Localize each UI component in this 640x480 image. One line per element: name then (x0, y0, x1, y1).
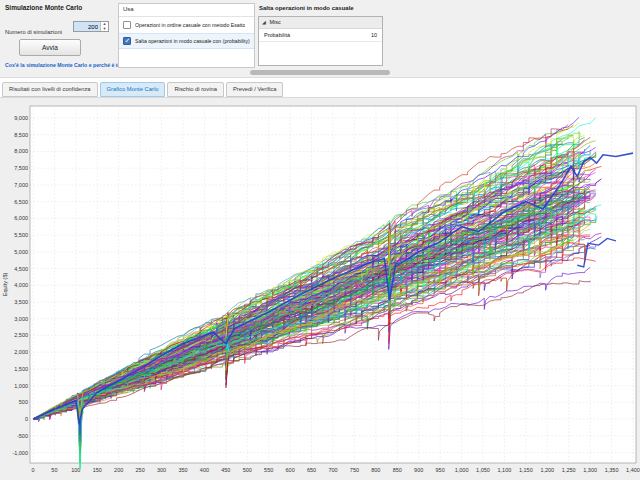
svg-text:400: 400 (200, 467, 209, 473)
use-options-panel: Usa Operazioni in ordine casuale con met… (118, 3, 255, 68)
skip-random-checkbox[interactable] (123, 37, 131, 45)
svg-text:7,500: 7,500 (14, 165, 28, 171)
svg-text:5,500: 5,500 (14, 232, 28, 238)
misc-group-label: Misc (269, 19, 280, 25)
start-button[interactable]: Avvia (19, 39, 81, 56)
svg-text:5,000: 5,000 (14, 249, 28, 255)
svg-text:-500: -500 (17, 433, 28, 439)
svg-text:450: 450 (221, 467, 230, 473)
option-label: Operazioni in ordine casuale con metodo … (135, 22, 245, 28)
svg-text:200: 200 (114, 467, 123, 473)
panel-title: Simulazione Monte Carlo (5, 4, 117, 11)
option-random-order-row[interactable]: Operazioni in ordine casuale con metodo … (119, 17, 254, 33)
monte-carlo-equity-chart: 0501001502002503003504004505005506006507… (0, 98, 640, 480)
tab-forecast-verify[interactable]: Prevedi / Verifica (226, 82, 284, 97)
svg-text:8,000: 8,000 (14, 148, 28, 154)
property-grid: ◢ Misc Probabilità 10 (258, 16, 383, 66)
tab-bar: Risultati con livelli di confidenza Graf… (2, 82, 285, 97)
probability-label: Probabilità (264, 32, 290, 38)
svg-text:-1,000: -1,000 (12, 450, 28, 456)
svg-text:700: 700 (328, 467, 337, 473)
tab-monte-carlo-chart[interactable]: Grafico Monte Carlo (100, 82, 166, 97)
probability-row[interactable]: Probabilità 10 (259, 29, 382, 42)
svg-text:0: 0 (25, 416, 28, 422)
tab-risk-of-ruin[interactable]: Rischio di rovina (167, 82, 224, 97)
svg-text:1,500: 1,500 (14, 366, 28, 372)
probability-value[interactable]: 10 (371, 32, 377, 38)
svg-text:900: 900 (414, 467, 423, 473)
svg-text:3,000: 3,000 (14, 316, 28, 322)
top-toolbar: Simulazione Monte Carlo Numero di simula… (0, 0, 640, 78)
random-order-checkbox[interactable] (123, 21, 131, 29)
svg-text:7,000: 7,000 (14, 182, 28, 188)
svg-text:650: 650 (307, 467, 316, 473)
svg-text:4,500: 4,500 (14, 266, 28, 272)
chart-tab-content: 0501001502002503003504004505005506006507… (0, 97, 640, 480)
num-simulations-input[interactable] (74, 22, 100, 31)
svg-text:1,000: 1,000 (14, 383, 28, 389)
svg-text:1,000: 1,000 (455, 467, 469, 473)
svg-text:300: 300 (157, 467, 166, 473)
svg-text:1,100: 1,100 (498, 467, 512, 473)
svg-text:950: 950 (436, 467, 445, 473)
skip-settings-panel: Salta operazioni in modo casuale ◢ Misc … (258, 3, 389, 69)
spinner-down-icon[interactable]: ▼ (101, 27, 108, 32)
svg-text:800: 800 (371, 467, 380, 473)
svg-text:500: 500 (243, 467, 252, 473)
svg-text:6,000: 6,000 (14, 215, 28, 221)
svg-text:0: 0 (31, 467, 34, 473)
num-simulations-label: Numero di simulazioni (5, 29, 62, 35)
use-options-header: Usa (119, 4, 254, 17)
svg-text:6,500: 6,500 (14, 199, 28, 205)
collapse-triangle-icon: ◢ (262, 19, 266, 25)
svg-text:8,500: 8,500 (14, 132, 28, 138)
svg-text:250: 250 (136, 467, 145, 473)
svg-text:500: 500 (19, 399, 28, 405)
horizontal-scrollbar-thumb[interactable] (250, 70, 390, 75)
svg-text:9,000: 9,000 (14, 115, 28, 121)
svg-text:600: 600 (286, 467, 295, 473)
option-label: Salta operazioni in modo casuale con (pr… (135, 38, 250, 44)
svg-text:4,000: 4,000 (14, 282, 28, 288)
misc-group-header[interactable]: ◢ Misc (259, 17, 382, 29)
svg-text:2,500: 2,500 (14, 332, 28, 338)
svg-text:1,350: 1,350 (605, 467, 619, 473)
tab-confidence-results[interactable]: Risultati con livelli di confidenza (2, 82, 98, 97)
svg-text:1,300: 1,300 (583, 467, 597, 473)
svg-text:150: 150 (93, 467, 102, 473)
svg-text:1,150: 1,150 (519, 467, 533, 473)
option-skip-random-row[interactable]: Salta operazioni in modo casuale con (pr… (119, 33, 254, 49)
svg-text:3,500: 3,500 (14, 299, 28, 305)
skip-settings-title: Salta operazioni in modo casuale (259, 5, 389, 11)
svg-text:1,400: 1,400 (626, 467, 640, 473)
svg-text:2,000: 2,000 (14, 349, 28, 355)
svg-text:100: 100 (71, 467, 80, 473)
svg-text:50: 50 (51, 467, 57, 473)
simulation-panel: Simulazione Monte Carlo Numero di simula… (5, 4, 117, 11)
svg-text:1,200: 1,200 (540, 467, 554, 473)
svg-text:550: 550 (264, 467, 273, 473)
svg-text:750: 750 (350, 467, 359, 473)
svg-text:850: 850 (393, 467, 402, 473)
svg-text:1,250: 1,250 (562, 467, 576, 473)
svg-text:1,050: 1,050 (476, 467, 490, 473)
svg-text:Equity ($): Equity ($) (2, 273, 8, 297)
svg-text:350: 350 (178, 467, 187, 473)
num-simulations-stepper[interactable]: ▲ ▼ (73, 21, 109, 32)
